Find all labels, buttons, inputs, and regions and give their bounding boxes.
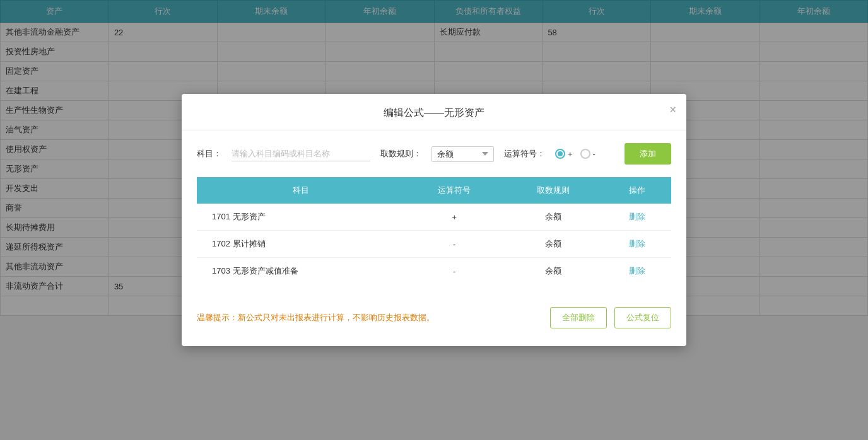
formula-action: 删除: [603, 231, 671, 258]
form-row: 科目： 取数规则： 余额借方发生额贷方发生额借方累计贷方累计 运算符号： + -: [197, 143, 671, 165]
rule-label: 取数规则：: [380, 148, 421, 159]
formula-rule: 余额: [504, 231, 603, 258]
formula-action: 删除: [603, 204, 671, 231]
radio-minus-circle: [580, 149, 590, 159]
subject-input[interactable]: [232, 146, 370, 161]
hint-body: 新公式只对未出报表进行计算，不影响历史报表数据。: [238, 313, 435, 322]
delete-all-button[interactable]: 全部删除: [550, 307, 607, 328]
operator-label: 运算符号：: [504, 148, 545, 159]
col-header-rule: 取数规则: [504, 177, 603, 204]
subject-label: 科目：: [197, 148, 221, 159]
rule-select-wrap: 余额借方发生额贷方发生额借方累计贷方累计: [431, 146, 494, 162]
radio-minus-label: -: [593, 149, 595, 159]
footer-buttons: 全部删除 公式复位: [550, 307, 671, 328]
rule-select[interactable]: 余额借方发生额贷方发生额借方累计贷方累计: [431, 146, 494, 162]
modal-body: 科目： 取数规则： 余额借方发生额贷方发生额借方累计贷方累计 运算符号： + -: [182, 130, 686, 297]
formula-operator: -: [405, 231, 504, 258]
formula-operator: +: [405, 204, 504, 231]
modal-title: 编辑公式——无形资产: [384, 107, 484, 118]
modal-close-button[interactable]: ×: [669, 104, 676, 115]
radio-minus[interactable]: -: [580, 149, 595, 159]
formula-rule: 余额: [504, 258, 603, 285]
formula-operator: -: [405, 258, 504, 285]
formula-action: 删除: [603, 258, 671, 285]
hint-prefix: 温馨提示：: [197, 313, 238, 322]
formula-table: 科目 运算符号 取数规则 操作 1701 无形资产+余额删除1702 累计摊销-…: [197, 177, 671, 284]
formula-row: 1701 无形资产+余额删除: [197, 204, 671, 231]
formula-subject: 1702 累计摊销: [197, 231, 405, 258]
formula-row: 1703 无形资产减值准备-余额删除: [197, 258, 671, 285]
delete-row-button[interactable]: 删除: [629, 238, 645, 250]
col-header-action: 操作: [603, 177, 671, 204]
radio-plus-label: +: [568, 149, 573, 159]
modal-dialog: 编辑公式——无形资产 × 科目： 取数规则： 余额借方发生额贷方发生额借方累计贷…: [182, 94, 686, 346]
formula-subject: 1701 无形资产: [197, 204, 405, 231]
delete-row-button[interactable]: 删除: [629, 211, 645, 223]
add-button[interactable]: 添加: [625, 143, 671, 165]
formula-subject: 1703 无形资产减值准备: [197, 258, 405, 285]
col-header-operator: 运算符号: [405, 177, 504, 204]
delete-row-button[interactable]: 删除: [629, 265, 645, 277]
modal-header: 编辑公式——无形资产: [182, 94, 686, 130]
table-header-row: 科目 运算符号 取数规则 操作: [197, 177, 671, 204]
hint-text: 温馨提示：新公式只对未出报表进行计算，不影响历史报表数据。: [197, 312, 435, 323]
reset-formula-button[interactable]: 公式复位: [614, 307, 671, 328]
modal-overlay: 编辑公式——无形资产 × 科目： 取数规则： 余额借方发生额贷方发生额借方累计贷…: [0, 0, 868, 440]
radio-plus[interactable]: +: [555, 149, 573, 159]
operator-radio-group: + -: [555, 149, 595, 159]
col-header-subject: 科目: [197, 177, 405, 204]
formula-rule: 余额: [504, 204, 603, 231]
formula-row: 1702 累计摊销-余额删除: [197, 231, 671, 258]
modal-footer: 温馨提示：新公式只对未出报表进行计算，不影响历史报表数据。 全部删除 公式复位: [182, 297, 686, 341]
radio-plus-circle: [555, 149, 565, 159]
